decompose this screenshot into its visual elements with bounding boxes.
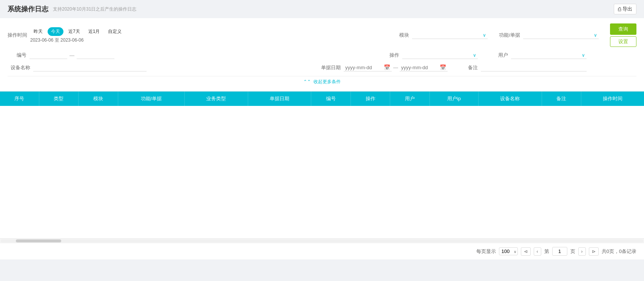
query-button[interactable]: 查询 <box>610 23 636 35</box>
table-section: 序号 类型 模块 功能/单据 业务类型 单据日期 编号 操作 用户 用户ip 设… <box>0 92 644 238</box>
collapse-up-icon: ⌃⌃ <box>303 79 311 84</box>
per-page-label: 每页显示 <box>476 248 496 255</box>
module-label: 模块 <box>390 32 409 39</box>
last1month-btn[interactable]: 近1月 <box>85 27 103 36</box>
module-chevron-icon: ∨ <box>483 33 486 38</box>
number-label: 编号 <box>8 52 26 59</box>
user-filter: 用户 ∨ <box>489 51 587 59</box>
page-subtitle: 支持2020年10月31日之后产生的操作日志 <box>53 6 136 12</box>
func-select-wrapper: ∨ <box>523 31 599 39</box>
custom-btn[interactable]: 自定义 <box>105 27 125 36</box>
device-input-wrapper <box>33 64 147 71</box>
time-filter: 操作时间 昨天 今天 近7天 近1月 自定义 2023-06-06 至 2023… <box>8 27 125 43</box>
module-select[interactable] <box>414 32 479 38</box>
number-to-input[interactable] <box>78 52 113 58</box>
time-buttons: 昨天 今天 近7天 近1月 自定义 <box>30 27 125 36</box>
col-biztype: 业务类型 <box>185 92 248 106</box>
operation-filter: 操作 ∨ <box>380 51 478 59</box>
number-from-input[interactable] <box>31 52 66 58</box>
settings-button[interactable]: 设置 <box>610 36 636 47</box>
calendar-from-icon[interactable]: 📅 <box>384 64 390 70</box>
table-header-row: 序号 类型 模块 功能/单据 业务类型 单据日期 编号 操作 用户 用户ip 设… <box>0 92 644 106</box>
filter-row-3: 设备名称 单据日期 📅 — 📅 备注 <box>8 64 636 71</box>
collapse-label: 收起更多条件 <box>314 79 341 84</box>
user-select-wrapper: ∨ <box>511 51 587 59</box>
col-module: 模块 <box>79 92 118 106</box>
remark-input-wrapper <box>481 64 587 71</box>
range-dash: — <box>69 53 74 58</box>
action-buttons: 查询 设置 <box>610 23 636 47</box>
operation-label: 操作 <box>380 52 399 59</box>
number-to-wrapper <box>77 51 114 59</box>
data-table: 序号 类型 模块 功能/单据 业务类型 单据日期 编号 操作 用户 用户ip 设… <box>0 92 644 106</box>
docdate-to-input[interactable] <box>401 65 439 70</box>
number-from-wrapper <box>29 51 67 59</box>
device-filter: 设备名称 <box>8 64 147 71</box>
col-func: 功能/单据 <box>118 92 184 106</box>
calendar-to-icon[interactable]: 📅 <box>440 64 446 70</box>
filter-panel: 操作时间 昨天 今天 近7天 近1月 自定义 2023-06-06 至 2023… <box>0 18 644 92</box>
user-select[interactable] <box>513 52 578 58</box>
yesterday-btn[interactable]: 昨天 <box>30 27 46 36</box>
user-label: 用户 <box>489 52 508 59</box>
remark-input[interactable] <box>482 65 585 70</box>
col-docdate: 单据日期 <box>248 92 311 106</box>
page-title: 系统操作日志 <box>8 5 48 14</box>
col-userip: 用户ip <box>429 92 478 106</box>
func-select[interactable] <box>525 32 590 38</box>
docdate-to-wrapper: 📅 <box>400 64 448 71</box>
func-label: 功能/单据 <box>499 32 520 39</box>
next-page-button[interactable]: › <box>578 247 586 256</box>
module-select-wrapper: ∨ <box>412 31 488 39</box>
export-button[interactable]: ⎙ 导出 <box>614 4 636 14</box>
col-user: 用户 <box>390 92 429 106</box>
table-header: 序号 类型 模块 功能/单据 业务类型 单据日期 编号 操作 用户 用户ip 设… <box>0 92 644 106</box>
docdate-dash: — <box>393 65 398 70</box>
page-prefix-label: 第 <box>544 248 549 255</box>
empty-area <box>0 106 644 238</box>
total-label: 共0页，0条记录 <box>602 248 636 255</box>
first-page-button[interactable]: ⊲ <box>521 247 531 256</box>
page-suffix-label: 页 <box>570 248 575 255</box>
last7days-btn[interactable]: 近7天 <box>65 27 83 36</box>
col-device: 设备名称 <box>478 92 542 106</box>
today-btn[interactable]: 今天 <box>48 27 63 36</box>
col-number: 编号 <box>311 92 351 106</box>
operation-select-wrapper: ∨ <box>402 51 478 59</box>
pagination: 每页显示 100 50 200 ⊲ ‹ 第 页 › ⊳ 共0页，0条记录 <box>0 243 644 259</box>
export-label: 导出 <box>622 6 632 12</box>
device-label: 设备名称 <box>8 64 30 71</box>
module-filter: 模块 ∨ <box>390 31 488 39</box>
docdate-range: 📅 — 📅 <box>344 64 448 71</box>
page-header: 系统操作日志 支持2020年10月31日之后产生的操作日志 ⎙ 导出 <box>0 0 644 18</box>
horizontal-scrollbar[interactable] <box>0 238 644 243</box>
filter-row-1: 操作时间 昨天 今天 近7天 近1月 自定义 2023-06-06 至 2023… <box>8 23 636 47</box>
export-icon: ⎙ <box>618 6 621 12</box>
device-input[interactable] <box>35 65 145 70</box>
prev-page-button[interactable]: ‹ <box>534 247 541 256</box>
number-filter: 编号 — <box>8 51 114 59</box>
date-range-display: 2023-06-06 至 2023-06-06 <box>30 37 125 43</box>
time-block: 昨天 今天 近7天 近1月 自定义 2023-06-06 至 2023-06-0… <box>30 27 125 43</box>
docdate-label: 单据日期 <box>318 64 341 71</box>
last-page-button[interactable]: ⊳ <box>589 247 599 256</box>
col-operation: 操作 <box>351 92 390 106</box>
number-range: — <box>29 51 114 59</box>
filter-row-2: 编号 — 操作 ∨ 用户 <box>8 51 636 59</box>
func-filter: 功能/单据 ∨ <box>499 31 599 39</box>
page-size-select[interactable]: 100 50 200 <box>499 247 518 255</box>
page-number-input[interactable] <box>552 247 567 256</box>
scrollbar-track <box>1 239 643 242</box>
col-type: 类型 <box>39 92 78 106</box>
docdate-from-wrapper: 📅 <box>344 64 392 71</box>
func-chevron-icon: ∨ <box>594 33 597 38</box>
docdate-from-input[interactable] <box>345 65 383 70</box>
remark-filter: 备注 <box>459 64 587 71</box>
col-optime: 操作时间 <box>581 92 644 106</box>
scrollbar-thumb[interactable] <box>16 239 61 242</box>
col-index: 序号 <box>0 92 39 106</box>
docdate-filter: 单据日期 📅 — 📅 <box>318 64 448 71</box>
page-size-wrapper: 100 50 200 <box>499 247 518 255</box>
operation-select[interactable] <box>404 52 469 58</box>
collapse-bar[interactable]: ⌃⌃ 收起更多条件 <box>8 76 636 87</box>
